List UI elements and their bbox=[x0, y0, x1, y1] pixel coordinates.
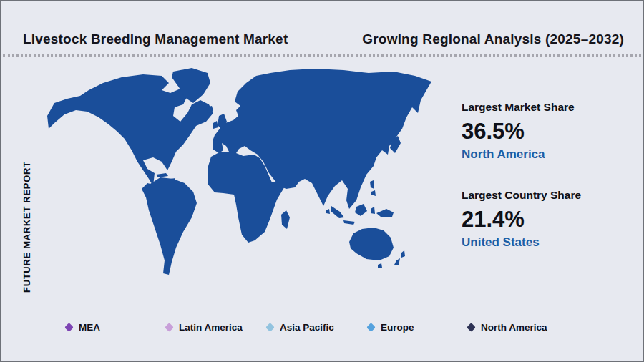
legend-dot-icon bbox=[165, 323, 174, 332]
legend-dot-icon bbox=[265, 323, 275, 332]
continent-australia bbox=[349, 228, 394, 260]
stat-label: Largest Country Share bbox=[462, 189, 640, 202]
island-sri-lanka bbox=[326, 209, 330, 214]
dotted-divider bbox=[3, 54, 641, 57]
legend-dot-icon bbox=[366, 323, 376, 332]
legend-label: Latin America bbox=[179, 322, 243, 333]
island-borneo bbox=[355, 204, 367, 216]
island-sumatra bbox=[331, 206, 344, 218]
island-tasmania bbox=[378, 263, 382, 268]
islands-new-zealand bbox=[394, 250, 405, 265]
islands-philippines bbox=[370, 180, 376, 196]
island-new-guinea bbox=[376, 209, 394, 217]
stat-region: United States bbox=[462, 235, 640, 250]
world-map-container bbox=[43, 66, 445, 292]
infographic-frame: Livestock Breeding Management Market Gro… bbox=[0, 0, 644, 362]
island-sulawesi bbox=[371, 207, 375, 214]
stat-label: Largest Market Share bbox=[462, 101, 640, 114]
continent-south-america bbox=[142, 177, 197, 275]
legend-label: MEA bbox=[79, 322, 100, 333]
island-madagascar bbox=[281, 210, 290, 229]
stat-largest-country-share: Largest Country Share 21.4% United State… bbox=[462, 189, 640, 250]
stats-panel: Largest Market Share 36.5% North America… bbox=[462, 101, 640, 250]
island-cuba bbox=[156, 173, 168, 177]
legend-item-asia-pacific: Asia Pacific bbox=[267, 322, 334, 333]
stat-region: North America bbox=[462, 147, 640, 162]
island-java bbox=[343, 220, 355, 225]
legend-item-north-america: North America bbox=[468, 322, 547, 333]
world-map bbox=[43, 66, 445, 289]
page-title-right: Growing Regional Analysis (2025–2032) bbox=[362, 31, 624, 47]
brand-side-label: FUTURE MARKET REPORT bbox=[21, 139, 32, 315]
legend-item-latin-america: Latin America bbox=[166, 322, 243, 333]
stat-value: 36.5% bbox=[462, 120, 640, 142]
legend-item-mea: MEA bbox=[66, 322, 100, 333]
legend-dot-icon bbox=[467, 323, 476, 332]
header: Livestock Breeding Management Market Gro… bbox=[23, 31, 624, 47]
legend-label: North America bbox=[481, 322, 547, 333]
legend-item-europe: Europe bbox=[368, 322, 414, 333]
island-ireland bbox=[213, 121, 218, 129]
legend-label: Asia Pacific bbox=[280, 322, 334, 333]
stat-largest-market-share: Largest Market Share 36.5% North America bbox=[462, 101, 640, 162]
legend-dot-icon bbox=[64, 323, 74, 332]
page-title-left: Livestock Breeding Management Market bbox=[23, 31, 288, 47]
legend-label: Europe bbox=[381, 322, 414, 333]
stat-value: 21.4% bbox=[462, 208, 640, 230]
